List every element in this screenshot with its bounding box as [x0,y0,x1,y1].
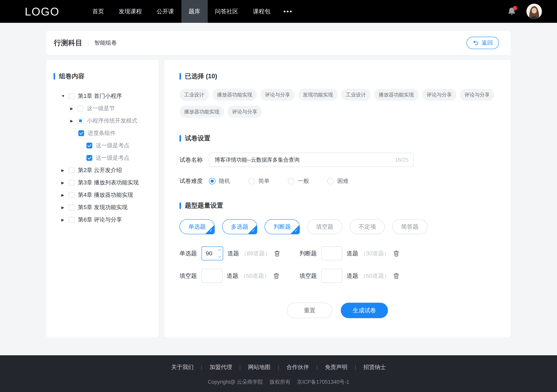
stepper-up-button[interactable] [216,247,223,254]
qty-input-fill-blank-2[interactable] [322,269,342,282]
back-button[interactable]: 返回 [467,37,499,49]
expand-arrow-icon[interactable] [70,119,78,123]
qty-input-single-choice[interactable] [202,247,216,260]
tree-item-chapter6[interactable]: 第6章 评论与分享 [54,214,153,226]
selected-tag: 播放器功能实现 [180,106,224,118]
chevron-down-icon [218,255,221,258]
footer-links: 关于我们 | 加盟代理 | 网站地图 | 合作伙伴 | 免责声明 | 招贤纳士 [171,363,386,371]
main-panel: 已选择 (10) 工业设计 播放器功能实现 评论与分享 发现功能实现 工业设计 … [164,60,511,337]
radio-icon [327,178,334,184]
radio-icon [288,178,294,184]
checkbox-unchecked[interactable] [69,217,74,223]
logo[interactable]: LOGO [25,5,60,18]
radio-random[interactable]: 随机 [209,177,230,185]
qty-input-true-false[interactable] [322,247,342,260]
tree-item-point[interactable]: 这一级是考点 [54,139,153,152]
footer-link-agency[interactable]: 加盟代理 [210,363,232,371]
collapse-arrow-icon[interactable] [61,94,69,98]
reset-button[interactable]: 重置 [287,303,332,318]
stepper-down-button[interactable] [216,254,223,260]
qty-input-fill-blank-1[interactable] [202,269,222,282]
tree-item-chapter1[interactable]: 第1章 首门小程序 [54,90,153,102]
checkbox-checked[interactable] [86,155,92,161]
tree-item-point[interactable]: 这一级是考点 [54,152,153,164]
page-title: 行测科目 [54,38,82,48]
expand-arrow-icon[interactable] [70,106,78,111]
notification-bell-icon[interactable] [507,6,517,16]
tree-item-chapter2[interactable]: 第2章 云开发介绍 [54,164,153,176]
paper-name-input[interactable] [209,153,413,167]
checkbox-unchecked[interactable] [69,180,74,185]
selected-tag: 工业设计 [180,89,209,101]
footer-link-careers[interactable]: 招贤纳士 [363,363,386,371]
nav-item-qa-community[interactable]: 问答社区 [208,0,246,23]
copyright: Copyright@ 云朵商学院 版权所有 京ICP备17051340号-1 [208,378,349,385]
section-accent-bar [180,73,181,80]
expand-arrow-icon[interactable] [61,205,69,210]
difficulty-options: 随机 简单 一般 困难 [209,177,349,185]
nav-item-course-package[interactable]: 课程包 [246,0,278,23]
nav-item-discover-courses[interactable]: 发现课程 [111,0,149,23]
tree-item-component[interactable]: 进度条组件 [54,127,153,139]
chip-multi-choice[interactable]: 多选题 [222,219,257,234]
tree-item-chapter4[interactable]: 第4章 播放器功能实现 [54,189,153,201]
sidebar-title: 组卷内容 [59,72,84,80]
checkbox-unchecked[interactable] [69,93,74,99]
checkbox-unchecked[interactable] [69,192,74,198]
tree-item-chapter5[interactable]: 第5章 发现功能实现 [54,201,153,214]
delete-trash-icon[interactable] [273,272,280,279]
paper-name-row: 试卷名称 16/25 [180,153,495,167]
checkbox-unchecked[interactable] [69,205,74,210]
checkbox-unchecked[interactable] [69,167,74,173]
expand-arrow-icon[interactable] [61,193,69,197]
link-separator: | [201,364,202,370]
checkbox-indeterminate[interactable] [78,118,83,124]
tree-item-section[interactable]: 这一级是节 [54,102,153,115]
chip-indefinite[interactable]: 不定项 [350,219,385,234]
quantity-grid: 单选题 道题 （88道题） 判断题 [180,246,495,283]
chip-fill-blank[interactable]: 填空题 [307,219,342,234]
delete-trash-icon[interactable] [393,272,400,279]
user-avatar[interactable] [526,4,542,19]
nav-right [507,4,542,19]
chevron-up-icon [218,249,221,252]
delete-trash-icon[interactable] [274,250,281,257]
expand-arrow-icon[interactable] [61,181,69,185]
sidebar-section-title: 组卷内容 [54,72,153,80]
check-corner-icon [205,225,214,234]
expand-arrow-icon[interactable] [61,218,69,222]
radio-hard[interactable]: 困难 [327,177,349,185]
delete-trash-icon[interactable] [393,250,400,257]
checkbox-unchecked[interactable] [78,105,83,111]
question-settings-title: 题型题量设置 [185,201,223,210]
generate-paper-button[interactable]: 生成试卷 [341,303,388,318]
checkbox-checked[interactable] [86,143,92,148]
chip-short-answer[interactable]: 简答题 [392,219,427,234]
radio-icon [209,178,215,184]
top-navbar: LOGO 首页 发现课程 公开课 题库 问答社区 课程包 ••• [0,0,557,23]
checkbox-checked[interactable] [78,130,84,136]
link-separator: | [278,364,279,370]
radio-medium[interactable]: 一般 [288,177,309,185]
footer-link-about[interactable]: 关于我们 [171,363,194,371]
radio-easy[interactable]: 简单 [248,177,270,185]
selected-title: 已选择 (10) [185,72,217,80]
difficulty-label: 试卷难度 [180,177,209,185]
sidebar-panel: 组卷内容 第1章 首门小程序 这一级是节 小程序传统开发模式 进度条组件 [46,60,159,337]
expand-arrow-icon[interactable] [61,168,69,173]
qty-row-fill-blank-2: 填空题 道题 （50道题） [299,268,419,283]
nav-item-question-bank[interactable]: 题库 [181,0,208,23]
chip-true-false[interactable]: 判断题 [265,219,300,234]
tree-item-section[interactable]: 小程序传统开发模式 [54,115,153,127]
nav-item-open-courses[interactable]: 公开课 [149,0,181,23]
footer-link-sitemap[interactable]: 网站地图 [248,363,270,371]
tree-item-chapter3[interactable]: 第3章 播放列表功能实现 [54,176,153,189]
chip-single-choice[interactable]: 单选题 [180,219,215,234]
footer-link-partners[interactable]: 合作伙伴 [287,363,309,371]
nav-item-home[interactable]: 首页 [85,0,111,23]
nav-more-button[interactable]: ••• [278,0,299,23]
section-accent-bar [180,135,181,142]
paper-name-label: 试卷名称 [180,156,209,164]
selected-tag: 评论与分享 [422,89,456,101]
footer-link-disclaimer[interactable]: 免责声明 [325,363,347,371]
